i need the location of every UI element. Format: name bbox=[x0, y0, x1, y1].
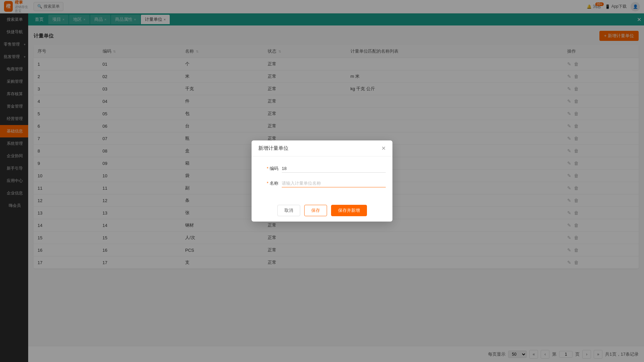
code-input[interactable] bbox=[282, 165, 386, 173]
cancel-button[interactable]: 取消 bbox=[277, 205, 300, 216]
dialog-title: 新增计量单位 bbox=[258, 145, 288, 152]
code-label: * 编码 bbox=[258, 166, 278, 172]
name-required: * bbox=[267, 181, 270, 186]
code-required: * bbox=[267, 166, 270, 171]
save-and-new-button[interactable]: 保存并新增 bbox=[331, 205, 367, 216]
save-button[interactable]: 保存 bbox=[304, 205, 327, 216]
dialog-footer: 取消 保存 保存并新增 bbox=[252, 201, 392, 222]
name-label: * 名称 bbox=[258, 180, 278, 186]
dialog-body: * 编码 * 名称 bbox=[252, 157, 392, 201]
modal-overlay: 新增计量单位 ✕ * 编码 * 名称 取消 保存 保存并新增 bbox=[0, 0, 644, 362]
form-row-code: * 编码 bbox=[258, 165, 386, 173]
form-row-name: * 名称 bbox=[258, 179, 386, 187]
dialog-header: 新增计量单位 ✕ bbox=[252, 140, 392, 157]
dialog-add-unit: 新增计量单位 ✕ * 编码 * 名称 取消 保存 保存并新增 bbox=[252, 140, 392, 222]
dialog-close-button[interactable]: ✕ bbox=[381, 145, 386, 152]
name-input[interactable] bbox=[282, 179, 386, 187]
